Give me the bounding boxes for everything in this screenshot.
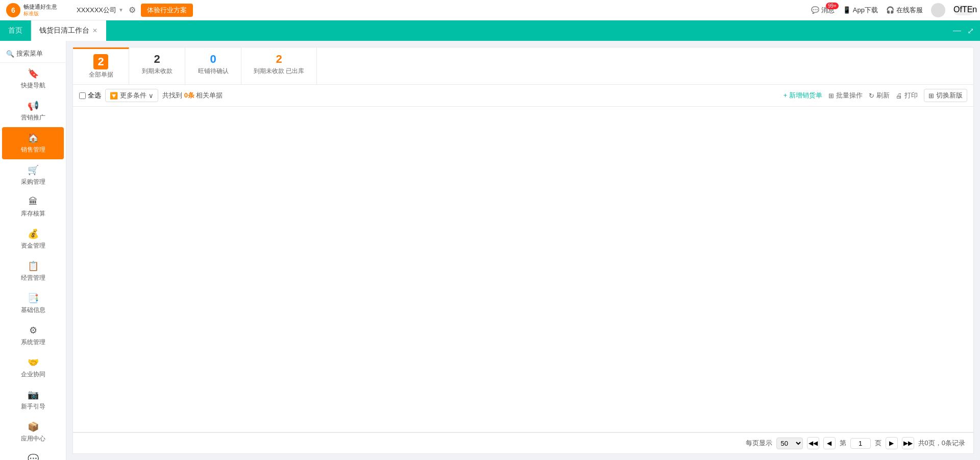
tab-money-goods[interactable]: 钱货日清工作台 ✕: [31, 20, 106, 41]
sidebar-item-marketing[interactable]: 📢 营销推广: [2, 95, 64, 127]
sidebar-item-purchase[interactable]: 🛒 采购管理: [2, 159, 64, 191]
minimize-icon[interactable]: —: [951, 24, 963, 37]
search-icon: 🔍: [6, 50, 14, 58]
stat-count-overdue: 2: [154, 53, 160, 66]
stat-count-all: 2: [93, 54, 108, 69]
stat-label-all: 全部单据: [89, 70, 113, 79]
batch-icon: ⊞: [828, 92, 834, 100]
gear-icon: ⚙: [129, 6, 136, 14]
app-center-icon: 📦: [28, 421, 39, 432]
sidebar-item-wechat-biz[interactable]: 💬 企业微信: [2, 448, 64, 460]
online-service-button[interactable]: 🎧 在线客服: [886, 6, 923, 15]
trial-button[interactable]: 体验行业方案: [141, 4, 193, 17]
message-button[interactable]: 💬 消息 99+: [811, 6, 835, 15]
page-size-select[interactable]: 50 100 200: [776, 438, 803, 449]
logo-text: 畅捷通好生意 标准版: [23, 3, 57, 17]
stat-tab-overdue[interactable]: 2 到期未收款: [129, 47, 185, 84]
refresh-button[interactable]: ↻ 刷新: [869, 91, 890, 100]
add-sale-order-button[interactable]: + 新增销货单: [783, 91, 822, 100]
switch-version-button[interactable]: ⊞ 切换新版: [924, 89, 967, 102]
sidebar: 🔍 搜索菜单 🔖 快捷导航 📢 营销推广 🏠 销售管理 🛒 采购管理 🏛 库存核…: [0, 41, 66, 460]
result-count: 0条: [184, 91, 194, 99]
filter-icon: 🔽: [110, 92, 118, 100]
sidebar-item-sales[interactable]: 🏠 销售管理: [2, 127, 64, 159]
sidebar-item-inventory[interactable]: 🏛 库存核算: [2, 191, 64, 223]
settings-button[interactable]: ⚙: [129, 5, 136, 15]
refresh-icon: ↻: [869, 92, 874, 100]
select-all-checkbox[interactable]: 全选: [79, 91, 101, 100]
sidebar-item-operation[interactable]: 📋 经营管理: [2, 255, 64, 287]
sales-icon: 🏠: [28, 132, 39, 143]
stat-count-wangdian: 0: [210, 53, 216, 66]
header-right: 💬 消息 99+ 📱 App下载 🎧 在线客服 OfTEn: [811, 3, 974, 17]
stat-label-overdue: 到期未收款: [142, 67, 173, 76]
sidebar-item-guide[interactable]: 📷 新手引导: [2, 384, 64, 416]
purchase-icon: 🛒: [28, 164, 39, 176]
result-text: 共找到 0条 相关单据: [162, 91, 223, 100]
enterprise-icon: 🤝: [28, 357, 39, 368]
pagination: 每页显示 50 100 200 ◀◀ ◀ 第 页 ▶ ▶▶ 共0页，0条记录: [72, 432, 974, 454]
last-page-button[interactable]: ▶▶: [902, 437, 914, 449]
sidebar-item-app-center[interactable]: 📦 应用中心: [2, 416, 64, 448]
stat-tab-all[interactable]: 2 全部单据: [73, 47, 129, 84]
print-icon: 🖨: [896, 92, 902, 100]
filter-button[interactable]: 🔽 更多条件 ∨: [105, 89, 158, 102]
stat-tab-wangdian[interactable]: 0 旺铺待确认: [185, 47, 241, 84]
guide-icon: 📷: [28, 389, 39, 400]
logo-area: 6 畅捷通好生意 标准版: [6, 3, 72, 17]
stat-tab-overdue-unshipped[interactable]: 2 到期未收款 已出库: [241, 47, 317, 84]
stat-label-wangdian: 旺铺待确认: [198, 67, 229, 76]
sidebar-item-finance[interactable]: 💰 资金管理: [2, 223, 64, 255]
service-icon: 🎧: [886, 6, 894, 14]
inventory-icon: 🏛: [29, 197, 38, 207]
finance-icon: 💰: [28, 228, 39, 239]
app-download-button[interactable]: 📱 App下载: [843, 6, 878, 15]
message-badge: 99+: [826, 3, 839, 9]
system-icon: ⚙: [29, 325, 37, 336]
stats-tabs: 2 全部单据 2 到期未收款 0 旺铺待确认 2 到期未收款 已出库: [72, 47, 974, 84]
sidebar-item-quick-nav[interactable]: 🔖 快捷导航: [2, 63, 64, 95]
message-icon: 💬: [811, 6, 819, 14]
stat-label-overdue-unshipped: 到期未收款 已出库: [254, 67, 304, 76]
chevron-down-icon: ▼: [118, 7, 124, 13]
sidebar-item-system[interactable]: ⚙ 系统管理: [2, 320, 64, 352]
print-button[interactable]: 🖨 打印: [896, 91, 918, 100]
toolbar-right: + 新增销货单 ⊞ 批量操作 ↻ 刷新 🖨 打印 ⊞ 切换新版: [783, 89, 967, 102]
layout: 🔍 搜索菜单 🔖 快捷导航 📢 营销推广 🏠 销售管理 🛒 采购管理 🏛 库存核…: [0, 41, 980, 460]
logo-icon: 6: [6, 3, 20, 17]
tab-home[interactable]: 首页: [0, 20, 31, 41]
chevron-down-icon: ∨: [149, 92, 154, 100]
basic-info-icon: 📑: [28, 293, 39, 304]
first-page-button[interactable]: ◀◀: [807, 437, 819, 449]
table-empty: [73, 107, 973, 432]
page-number-input[interactable]: [850, 438, 871, 449]
prev-page-button[interactable]: ◀: [823, 437, 836, 449]
wechat-icon: 💬: [28, 453, 39, 460]
close-tab-icon[interactable]: ✕: [92, 27, 97, 34]
bookmark-icon: 🔖: [28, 68, 39, 79]
marketing-icon: 📢: [28, 100, 39, 111]
top-header: 6 畅捷通好生意 标准版 XXXXXX公司 ▼ ⚙ 体验行业方案 💬 消息 99…: [0, 0, 980, 20]
sidebar-item-basic-info[interactable]: 📑 基础信息: [2, 287, 64, 320]
stat-count-overdue-unshipped: 2: [276, 53, 282, 66]
company-selector[interactable]: XXXXXX公司 ▼: [77, 6, 124, 15]
switch-icon: ⊞: [928, 92, 934, 100]
toolbar-left: 全选 🔽 更多条件 ∨ 共找到 0条 相关单据: [79, 89, 779, 102]
user-name: OfTEn: [953, 5, 974, 15]
avatar[interactable]: [931, 3, 945, 17]
search-menu[interactable]: 🔍 搜索菜单: [0, 45, 66, 63]
checkbox-input[interactable]: [79, 92, 86, 99]
table-area: [72, 107, 974, 432]
batch-operation-button[interactable]: ⊞ 批量操作: [828, 91, 863, 100]
tab-actions: — ⤢: [951, 20, 980, 41]
nav-tabs-bar: 首页 钱货日清工作台 ✕ — ⤢: [0, 20, 980, 41]
download-icon: 📱: [843, 6, 851, 14]
operation-icon: 📋: [28, 260, 39, 272]
next-page-button[interactable]: ▶: [886, 437, 898, 449]
expand-icon[interactable]: ⤢: [965, 24, 976, 38]
main-content: 2 全部单据 2 到期未收款 0 旺铺待确认 2 到期未收款 已出库 全选: [66, 41, 980, 460]
toolbar: 全选 🔽 更多条件 ∨ 共找到 0条 相关单据 + 新增销货单 ⊞ 批量操作: [72, 84, 974, 107]
sidebar-item-enterprise[interactable]: 🤝 企业协同: [2, 352, 64, 384]
